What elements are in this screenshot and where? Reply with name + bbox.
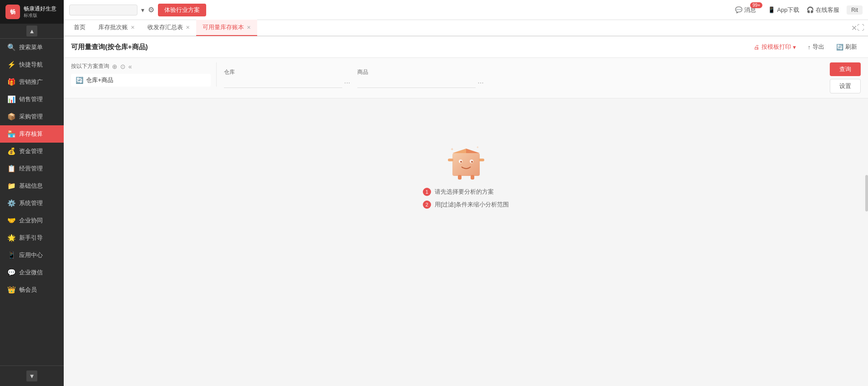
filter-area: 按以下方案查询 ⊕ ⊙ « 🔄 仓库+商品 仓库 ··· <box>64 58 868 98</box>
marketing-icon: 🎁 <box>7 78 15 86</box>
sidebar-item-label: 企业微信 <box>19 268 43 277</box>
main-content: ▾ ⚙ 体验行业方案 💬 消息 99+ 📱 App下载 🎧 在线客服 Rit 首… <box>64 0 868 386</box>
sidebar-item-purchase[interactable]: 📦 采购管理 <box>0 108 64 125</box>
tab-summary-label: 收发存汇总表 <box>147 23 183 31</box>
sidebar-logo: 畅 <box>5 5 20 19</box>
sidebar-item-label: 企业协同 <box>19 216 43 225</box>
sidebar: 畅 畅康通好生意 标准版 ▲ 🔍 搜索菜单 ⚡ 快捷导航 🎁 营销推广 📊 销售… <box>0 0 64 386</box>
search-input[interactable] <box>69 5 137 15</box>
filter-label-text: 按以下方案查询 <box>71 62 109 70</box>
filter-left: 按以下方案查询 ⊕ ⊙ « 🔄 仓库+商品 <box>71 62 217 87</box>
sales-icon: 📊 <box>7 95 15 103</box>
tab-batch-ledger-close[interactable]: ✕ <box>131 25 135 31</box>
warehouse-input[interactable] <box>224 78 342 88</box>
app-icon: 📱 <box>768 6 775 13</box>
user-btn[interactable]: Rit <box>847 5 863 15</box>
sidebar-item-collab[interactable]: 🤝 企业协同 <box>0 212 64 229</box>
filter-add-btn[interactable]: ⊕ <box>112 63 117 70</box>
filter-label: 按以下方案查询 ⊕ ⊙ « <box>71 62 211 70</box>
tip-num-2: 2 <box>423 201 431 209</box>
sidebar-item-label: 经营管理 <box>19 165 43 173</box>
empty-tips: 1 请先选择要分析的方案 2 用[过滤]条件来缩小分析范围 <box>423 188 509 209</box>
tab-available-label: 可用量库存账本 <box>203 23 244 31</box>
member-icon: 👑 <box>7 286 15 294</box>
service-icon: 🎧 <box>807 6 814 13</box>
tab-summary[interactable]: 收发存汇总表 ✕ <box>141 20 196 36</box>
sidebar-item-label: 快捷导航 <box>19 61 43 69</box>
page-header: 可用量查询(按仓库+商品) 🖨 按模板打印 ▾ ↑ 导出 🔄 刷新 <box>64 36 868 58</box>
warehouse-field: 仓库 ··· <box>224 68 350 88</box>
tab-home[interactable]: 首页 <box>67 20 92 36</box>
sidebar-scroll-down[interactable]: ▼ <box>26 371 37 381</box>
print-icon: 🖨 <box>754 44 760 51</box>
sidebar-item-label: 采购管理 <box>19 113 43 121</box>
sidebar-item-label: 资金管理 <box>19 147 43 155</box>
sidebar-scroll-up[interactable]: ▲ <box>26 26 37 36</box>
sidebar-item-wechat[interactable]: 💬 企业微信 <box>0 264 64 281</box>
app-download-btn[interactable]: 📱 App下载 <box>768 6 799 14</box>
print-btn[interactable]: 🖨 按模板打印 ▾ <box>750 41 800 53</box>
sidebar-item-label: 系统管理 <box>19 199 43 207</box>
filter-scheme[interactable]: 🔄 仓库+商品 <box>71 74 211 87</box>
sidebar-item-guide[interactable]: 🌟 新手引导 <box>0 229 64 247</box>
goods-dots[interactable]: ··· <box>477 79 483 87</box>
guide-icon: 🌟 <box>7 234 15 242</box>
online-service-btn[interactable]: 🎧 在线客服 <box>807 6 839 14</box>
sidebar-edition: 标准版 <box>24 12 56 19</box>
sidebar-item-member[interactable]: 👑 畅会员 <box>0 281 64 299</box>
apps-icon: 📱 <box>7 251 15 259</box>
svg-rect-5 <box>448 159 453 161</box>
topbar-gear-btn[interactable]: ⚙ <box>148 5 154 14</box>
sidebar-title: 畅康通好生意 <box>24 5 56 13</box>
tip-text-2: 用[过滤]条件来缩小分析范围 <box>435 201 509 209</box>
topbar-dropdown-btn[interactable]: ▾ <box>141 6 144 14</box>
filter-setting-btn[interactable]: ⊙ <box>120 63 126 70</box>
filter-right: 仓库 ··· 商品 ··· 查询 设置 <box>217 62 861 93</box>
sidebar-item-apps[interactable]: 📱 应用中心 <box>0 247 64 264</box>
goods-input[interactable] <box>357 78 476 88</box>
warehouse-dots[interactable]: ··· <box>344 79 350 87</box>
sidebar-bottom: ▼ <box>0 365 64 386</box>
tab-available[interactable]: 可用量库存账本 ✕ <box>196 20 257 36</box>
basic-icon: 📁 <box>7 182 15 190</box>
filter-collapse-btn[interactable]: « <box>128 63 132 70</box>
sidebar-item-operation[interactable]: 📋 经营管理 <box>0 160 64 177</box>
export-label: 导出 <box>812 43 824 51</box>
tab-summary-close[interactable]: ✕ <box>186 25 190 31</box>
export-icon: ↑ <box>808 44 811 51</box>
trial-button[interactable]: 体验行业方案 <box>158 4 206 16</box>
purchase-icon: 📦 <box>7 113 15 121</box>
sidebar-item-search[interactable]: 🔍 搜索菜单 <box>0 39 64 56</box>
warehouse-label: 仓库 <box>224 68 350 76</box>
sidebar-item-inventory[interactable]: 🏪 库存核算 <box>0 125 64 143</box>
tab-batch-ledger-label: 库存批次账 <box>98 23 128 31</box>
sidebar-item-system[interactable]: ⚙️ 系统管理 <box>0 195 64 212</box>
scheme-icon: 🔄 <box>76 77 83 84</box>
message-btn[interactable]: 💬 消息 99+ <box>735 6 756 14</box>
sidebar-item-shortcut[interactable]: ⚡ 快捷导航 <box>0 56 64 73</box>
topbar: ▾ ⚙ 体验行业方案 💬 消息 99+ 📱 App下载 🎧 在线客服 Rit <box>64 0 868 20</box>
tabbar: 首页 库存批次账 ✕ 收发存汇总表 ✕ 可用量库存账本 ✕ ✕ ⛶ <box>64 20 868 36</box>
tab-close-all-btn[interactable]: ✕ <box>851 24 857 32</box>
svg-point-3 <box>460 161 462 163</box>
tab-batch-ledger[interactable]: 库存批次账 ✕ <box>92 20 141 36</box>
sidebar-item-finance[interactable]: 💰 资金管理 <box>0 143 64 160</box>
page-actions: 🖨 按模板打印 ▾ ↑ 导出 🔄 刷新 <box>750 41 861 53</box>
setting-button[interactable]: 设置 <box>830 79 861 93</box>
sidebar-item-marketing[interactable]: 🎁 营销推广 <box>0 73 64 91</box>
query-button[interactable]: 查询 <box>830 62 861 76</box>
sidebar-item-label: 畅会员 <box>19 286 37 294</box>
export-btn[interactable]: ↑ 导出 <box>804 41 828 53</box>
tab-available-close[interactable]: ✕ <box>247 25 251 31</box>
empty-tip-1: 1 请先选择要分析的方案 <box>423 188 509 196</box>
svg-rect-8 <box>471 175 474 180</box>
refresh-btn[interactable]: 🔄 刷新 <box>832 41 861 53</box>
tab-expand-btn[interactable]: ⛶ <box>857 24 864 32</box>
empty-illustration: ✦ ✦ <box>443 135 489 180</box>
sidebar-item-basic[interactable]: 📁 基础信息 <box>0 177 64 195</box>
sidebar-item-sales[interactable]: 📊 销售管理 <box>0 91 64 108</box>
sidebar-item-label: 库存核算 <box>19 130 43 138</box>
goods-label: 商品 <box>357 68 483 76</box>
message-icon: 💬 <box>735 6 742 13</box>
topbar-right: 💬 消息 99+ 📱 App下载 🎧 在线客服 Rit <box>735 5 863 15</box>
